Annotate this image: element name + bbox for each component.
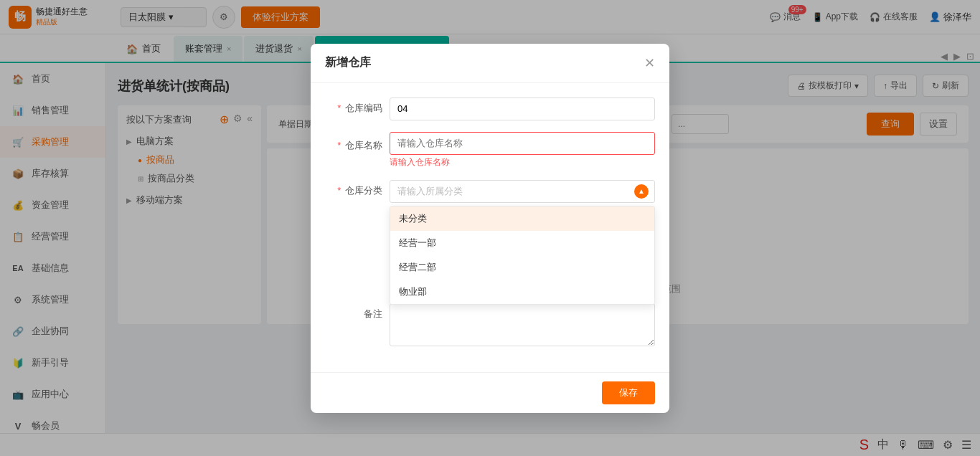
dropdown-item-0[interactable]: 未分类 — [390, 206, 654, 231]
category-dropdown[interactable]: 请输入所属分类 ▲ — [390, 180, 655, 203]
new-warehouse-modal: 新增仓库 ✕ * 仓库编码 * 仓库名称 — [311, 44, 669, 413]
name-input[interactable] — [390, 132, 655, 155]
modal-footer: 保存 — [311, 372, 669, 413]
modal-header: 新增仓库 ✕ — [311, 44, 669, 83]
note-input[interactable] — [390, 303, 655, 346]
category-wrapper: 请输入所属分类 ▲ 未分类 经营一部 经营二部 物业部 — [390, 180, 655, 203]
name-label: * 仓库名称 — [325, 135, 382, 152]
category-placeholder: 请输入所属分类 — [397, 185, 463, 198]
modal-title: 新增仓库 — [325, 55, 371, 70]
category-dropdown-list: 未分类 经营一部 经营二部 物业部 — [390, 206, 655, 305]
category-label: * 仓库分类 — [325, 180, 382, 197]
dropdown-item-1[interactable]: 经营一部 — [390, 231, 654, 255]
form-row-name: * 仓库名称 请输入仓库名称 — [325, 132, 655, 168]
save-button[interactable]: 保存 — [602, 381, 655, 404]
dropdown-arrow-icon: ▲ — [634, 184, 649, 199]
code-input[interactable] — [390, 98, 655, 120]
code-label: * 仓库编码 — [325, 98, 382, 115]
form-row-category: * 仓库分类 请输入所属分类 ▲ 未分类 经营一部 经营二部 物业部 — [325, 180, 655, 203]
modal-body: * 仓库编码 * 仓库名称 请输入仓库名称 * — [311, 83, 669, 372]
modal-close-button[interactable]: ✕ — [644, 55, 655, 71]
form-row-code: * 仓库编码 — [325, 98, 655, 120]
name-error-msg: 请输入仓库名称 — [390, 156, 655, 168]
form-row-note: 备注 — [325, 303, 655, 346]
dropdown-item-2[interactable]: 经营二部 — [390, 255, 654, 280]
note-label: 备注 — [325, 303, 382, 320]
dropdown-item-3[interactable]: 物业部 — [390, 280, 654, 304]
modal-overlay[interactable]: 新增仓库 ✕ * 仓库编码 * 仓库名称 — [0, 0, 980, 456]
